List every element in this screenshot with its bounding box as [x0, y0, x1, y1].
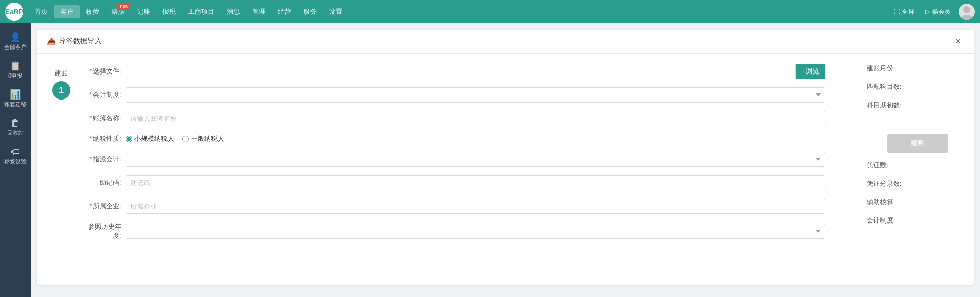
ledger-name-row: *账簿名称:: [81, 111, 825, 126]
subject-init-label: 科目期初数:: [867, 101, 913, 110]
nav-service[interactable]: 服务: [297, 5, 323, 18]
trash-icon: 🗑: [11, 118, 20, 128]
accountant-row: *指派会计:: [81, 152, 825, 167]
nav-finance[interactable]: 经营: [272, 5, 297, 18]
right-accounting-system-row: 会计制度:: [867, 216, 959, 225]
tax-radio-group: 小规模纳税人 一般纳税人: [126, 134, 224, 143]
nav-home[interactable]: 首页: [29, 5, 54, 18]
member-button[interactable]: ▷ 畅会员: [922, 6, 953, 18]
nav-billing[interactable]: 收费: [80, 5, 105, 18]
accountant-select[interactable]: [126, 152, 825, 167]
form-section: 建账 1 *选择文件:: [52, 64, 846, 249]
declaration-icon: 📋: [10, 61, 21, 70]
nav-customer[interactable]: 客户: [54, 5, 80, 18]
memo-row: 助记码:: [81, 175, 825, 190]
svg-point-1: [961, 15, 973, 20]
file-input[interactable]: [126, 64, 796, 79]
voucher-entries-row: 凭证分录数:: [867, 179, 959, 188]
tax-option-general[interactable]: 一般纳税人: [182, 134, 224, 143]
dialog-container: 📤 导爷数据导入 × 建账 1: [37, 30, 974, 285]
dialog-title: 📤 导爷数据导入: [47, 37, 102, 46]
form-fields: *选择文件: +浏览 *会计制度:: [81, 64, 825, 249]
ref-year-label: 参照历史年度:: [81, 222, 122, 240]
aux-accounting-label: 辅助核算:: [867, 197, 913, 207]
user-avatar[interactable]: [959, 4, 975, 20]
nav-items: 首页 客户 收费 票据 new 记账 报税 工商项目 消息 管理 经营 服务 设…: [29, 5, 891, 18]
close-button[interactable]: ×: [952, 36, 964, 47]
step-indicator: 建账 1: [52, 69, 70, 100]
ledger-name-label: *账簿名称:: [81, 114, 122, 123]
match-subjects-row: 匹配科目数:: [867, 82, 959, 91]
memo-label: 助记码:: [81, 178, 122, 187]
match-subjects-label: 匹配科目数:: [867, 82, 913, 91]
create-btn-container: 建账: [867, 124, 959, 153]
ref-year-row: 参照历史年度:: [81, 222, 825, 240]
nav-message[interactable]: 消息: [221, 5, 246, 18]
ledger-name-input[interactable]: [126, 111, 825, 126]
accounting-system-row: *会计制度:: [81, 87, 825, 103]
browse-button[interactable]: +浏览: [796, 64, 825, 79]
accounting-system-label: *会计制度:: [81, 90, 122, 100]
sidebar-item-all-customers[interactable]: 👤 全部客户: [0, 28, 31, 56]
build-month-row: 建账月份:: [867, 64, 959, 73]
create-account-button[interactable]: 建账: [887, 134, 948, 153]
sidebar-item-tag-settings[interactable]: 🏷 标签设置: [0, 142, 31, 170]
sidebar: 👤 全部客户 📋 0申报 📊 账套迁移 🗑 回收站 🏷 标签设置: [0, 23, 31, 297]
nav-admin[interactable]: 管理: [246, 5, 272, 18]
nav-tax[interactable]: 报税: [156, 5, 182, 18]
nav-right: ⛶ 全屏 ▷ 畅会员: [891, 4, 975, 20]
play-icon: ▷: [925, 8, 930, 15]
voucher-count-row: 凭证数:: [867, 161, 959, 170]
user-icon: 👤: [10, 33, 21, 42]
aux-accounting-row: 辅助核算:: [867, 197, 959, 207]
app-logo: EaRP: [5, 3, 23, 21]
nav-accounting[interactable]: 记账: [131, 5, 156, 18]
info-section: 建账月份: 匹配科目数: 科目期初数: 建账: [846, 64, 959, 249]
ref-year-select[interactable]: [126, 224, 825, 239]
right-accounting-system-label: 会计制度:: [867, 216, 913, 225]
memo-input[interactable]: [126, 175, 825, 190]
tax-option-small[interactable]: 小规模纳税人: [126, 134, 174, 143]
company-label: *所属企业:: [81, 202, 122, 211]
tag-icon: 🏷: [11, 147, 20, 156]
file-input-group: +浏览: [126, 64, 825, 79]
fullscreen-button[interactable]: ⛶ 全屏: [891, 6, 917, 18]
layout: 👤 全部客户 📋 0申报 📊 账套迁移 🗑 回收站 🏷 标签设置 📤 导爷: [0, 23, 980, 297]
sidebar-item-recycle[interactable]: 🗑 回收站: [0, 113, 31, 142]
sidebar-item-account-migration[interactable]: 📊 账套迁移: [0, 85, 31, 113]
sidebar-item-declaration[interactable]: 📋 0申报: [0, 56, 31, 85]
migration-icon: 📊: [10, 90, 21, 99]
fullscreen-icon: ⛶: [894, 8, 900, 15]
subject-init-row: 科目期初数:: [867, 101, 959, 110]
upload-icon: 📤: [47, 37, 56, 45]
new-badge: new: [118, 3, 130, 9]
dialog-header: 📤 导爷数据导入 ×: [37, 30, 974, 54]
step-circle: 1: [52, 81, 70, 100]
top-nav: EaRP 首页 客户 收费 票据 new 记账 报税 工商项目 消息 管理 经营…: [0, 0, 980, 23]
tax-type-label: *纳税性质:: [81, 134, 122, 143]
accountant-label: *指派会计:: [81, 155, 122, 164]
dialog-body: 建账 1 *选择文件:: [37, 54, 974, 259]
accounting-system-select[interactable]: [126, 87, 825, 103]
voucher-entries-label: 凭证分录数:: [867, 179, 913, 188]
voucher-count-label: 凭证数:: [867, 161, 913, 170]
tax-type-row: *纳税性质: 小规模纳税人 一般纳税人: [81, 134, 825, 143]
company-row: *所属企业:: [81, 199, 825, 214]
file-row: *选择文件: +浏览: [81, 64, 825, 79]
nav-business[interactable]: 工商项目: [182, 5, 221, 18]
svg-point-0: [963, 6, 970, 13]
company-input[interactable]: [126, 199, 825, 214]
build-month-label: 建账月份:: [867, 64, 913, 73]
nav-settings[interactable]: 设置: [323, 5, 348, 18]
file-label: *选择文件:: [81, 67, 122, 76]
nav-invoice[interactable]: 票据 new: [105, 5, 131, 18]
main-content: 📤 导爷数据导入 × 建账 1: [31, 23, 980, 297]
